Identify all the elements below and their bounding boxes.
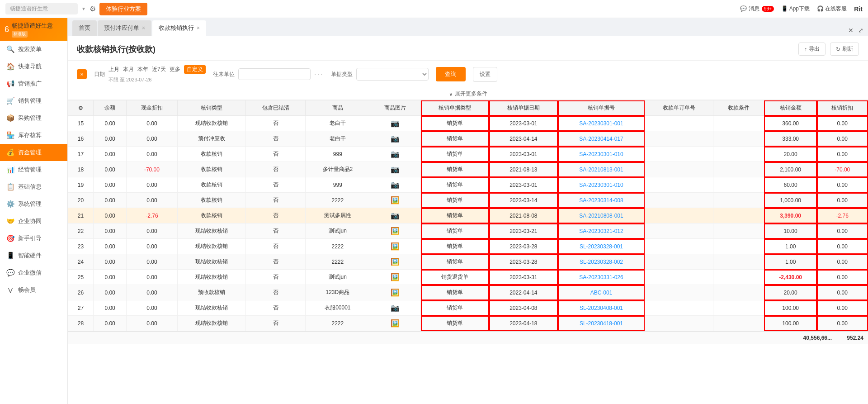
messages-icon[interactable]: 💬 消息 99+ [740, 5, 774, 13]
tab-close-all-icon[interactable]: ✕ [848, 27, 854, 34]
table-body: 15 0.00 0.00 现结收款核销 否 老白干 📷 销货单 2023-03-… [68, 116, 868, 331]
date-opt-7days[interactable]: 近7天 [152, 66, 166, 73]
cell-payment-cond [713, 254, 764, 270]
refresh-icon: ↻ [836, 46, 840, 52]
sidebar-item-sales[interactable]: 🛒 销售管理 [0, 92, 67, 109]
sidebar-item-system[interactable]: ⚙️ 系统管理 [0, 195, 67, 213]
cell-bill-type: 销货退货单 [421, 270, 489, 285]
bill-no-link[interactable]: SA-20230301-010 [579, 151, 623, 157]
sidebar-item-inventory[interactable]: 🏪 库存核算 [0, 127, 67, 144]
page-content: 收款核销执行(按收款) ↑ 导出 ↻ 刷新 » 日期 [68, 36, 868, 404]
sidebar-item-finance[interactable]: 💰 资金管理 [0, 144, 67, 161]
bill-no-link[interactable]: SA-20230321-012 [579, 228, 623, 234]
cell-order-no [645, 300, 713, 316]
cell-cash-discount: 0.00 [127, 316, 177, 331]
tab-prepay-label: 预付冲应付单 [104, 24, 139, 32]
bill-no-link[interactable]: SL-20230328-002 [580, 259, 623, 265]
bill-no-link[interactable]: SA-20230301-010 [579, 182, 623, 188]
date-opt-custom[interactable]: 自定义 [184, 65, 206, 74]
date-opt-this-month[interactable]: 本月 [123, 66, 134, 73]
cell-amount: 333.00 [764, 131, 817, 147]
tab-prepay[interactable]: 预付冲应付单 × [98, 20, 151, 36]
cell-cash-discount: 0.00 [127, 131, 177, 147]
dropdown-arrow-icon[interactable]: ▼ [81, 6, 86, 11]
tab-maximize-icon[interactable]: ⤢ [858, 27, 863, 34]
table-row: 19 0.00 0.00 收款核销 否 999 📷 销货单 2023-03-01… [68, 177, 868, 193]
cell-type: 收款核销 [177, 162, 245, 177]
bill-no-link[interactable]: SL-20230328-001 [580, 243, 623, 250]
tab-home[interactable]: 首页 [72, 20, 97, 36]
refresh-button[interactable]: ↻ 刷新 [830, 43, 859, 56]
sidebar-item-basic[interactable]: 📋 基础信息 [0, 178, 67, 195]
cell-bill-date: 2023-04-18 [489, 316, 557, 331]
export-button[interactable]: ↑ 导出 [798, 43, 826, 56]
tab-prepay-close[interactable]: × [142, 25, 145, 31]
cell-bill-date: 2023-03-28 [489, 239, 557, 254]
sidebar-item-nav[interactable]: 🏠 快捷导航 [0, 58, 67, 75]
sidebar-item-weixin[interactable]: 💬 企业微信 [0, 264, 67, 281]
filter-date-group: 日期 上月 本月 本年 近7天 更多 自定义 不限 至 2023-07-26 [94, 65, 206, 83]
tab-writeoff-close[interactable]: × [197, 25, 200, 31]
filter-expand-button[interactable]: » [77, 69, 87, 79]
sidebar-item-member[interactable]: V 畅会员 [0, 281, 67, 299]
bill-no-link[interactable]: SA-20210813-001 [579, 166, 623, 173]
cell-balance: 0.00 [93, 270, 126, 285]
online-service-link[interactable]: 🎧 在线客服 [817, 5, 847, 13]
cell-num: 24 [68, 254, 94, 270]
cell-order-no [645, 208, 713, 223]
cell-discount: 0.00 [817, 177, 868, 193]
th-included: 包含已结清 [246, 100, 306, 116]
cell-payment-cond [713, 270, 764, 285]
sidebar-item-collab[interactable]: 🤝 企业协同 [0, 213, 67, 230]
bill-no-link[interactable]: SL-20230418-001 [580, 320, 623, 327]
cell-goods-img: 🖼️ [370, 316, 420, 331]
tab-writeoff[interactable]: 收款核销执行 × [152, 20, 206, 36]
cell-goods: 2222 [305, 316, 370, 331]
cell-type: 收款核销 [177, 208, 245, 223]
app-download-link[interactable]: 📱 App下载 [781, 5, 810, 13]
date-opt-last-month[interactable]: 上月 [108, 66, 119, 73]
cell-included: 否 [246, 270, 306, 285]
cell-goods-img: 📷 [370, 208, 420, 223]
bill-no-link[interactable]: SA-20210808-001 [579, 213, 623, 219]
th-settings[interactable]: ⚙ [68, 100, 94, 116]
date-opt-more[interactable]: 更多 [170, 66, 180, 73]
bill-no-link[interactable]: SA-20230301-001 [579, 120, 623, 127]
cell-bill-no: SA-20230414-017 [558, 131, 645, 147]
query-button[interactable]: 查询 [436, 67, 466, 81]
bill-no-link[interactable]: ABC-001 [590, 290, 613, 296]
cell-goods-img: 🖼️ [370, 270, 420, 285]
finance-icon: 💰 [6, 148, 14, 157]
cell-bill-date: 2023-03-01 [489, 116, 557, 131]
table-container: ⚙ 余额 现金折扣 核销类型 包含已结清 商品 商品图片 核销单据类型 核销单据… [68, 100, 868, 404]
messages-label: 消息 [749, 5, 760, 12]
expand-more-button[interactable]: ∨ 展开更多条件 [449, 90, 487, 98]
th-payment-cond: 收款条件 [713, 100, 764, 116]
settings-button[interactable]: 设置 [473, 67, 497, 82]
date-opt-this-year[interactable]: 本年 [137, 66, 148, 73]
main-layout: 6 畅捷通谱好生意 标准版 🔍 搜索菜单 🏠 快捷导航 📢 营销推广 🛒 销售管… [0, 18, 868, 404]
cell-included: 否 [246, 223, 306, 239]
table-row: 25 0.00 0.00 现结收款核销 否 测试jun 🖼️ 销货退货单 202… [68, 270, 868, 285]
sidebar-item-search[interactable]: 🔍 搜索菜单 [0, 41, 67, 58]
from-unit-input[interactable] [238, 68, 311, 80]
cell-order-no [645, 131, 713, 147]
bill-no-link[interactable]: SA-20230331-026 [579, 274, 623, 280]
bill-type-select[interactable] [356, 68, 429, 81]
data-table: ⚙ 余额 现金折扣 核销类型 包含已结清 商品 商品图片 核销单据类型 核销单据… [68, 100, 868, 331]
bill-no-link[interactable]: SA-20230414-017 [579, 136, 623, 142]
sidebar-item-label: 快捷导航 [18, 62, 42, 71]
cell-goods: 999 [305, 177, 370, 193]
sidebar-item-hardware[interactable]: 📱 智能硬件 [0, 247, 67, 264]
cell-payment-cond [713, 285, 764, 300]
bill-no-link[interactable]: SA-20230314-008 [579, 197, 623, 204]
gear-icon[interactable]: ⚙ [90, 5, 96, 13]
sidebar-item-purchase[interactable]: 📦 采购管理 [0, 109, 67, 127]
bill-no-link[interactable]: SL-20230408-001 [580, 305, 623, 311]
cell-goods: 2222 [305, 239, 370, 254]
sidebar-item-guide[interactable]: 🎯 新手引导 [0, 230, 67, 247]
sidebar-item-operation[interactable]: 📊 经营管理 [0, 161, 67, 178]
sidebar-item-marketing[interactable]: 📢 营销推广 [0, 75, 67, 92]
industry-button[interactable]: 体验行业方案 [99, 3, 147, 15]
cell-goods-img: 🖼️ [370, 254, 420, 270]
